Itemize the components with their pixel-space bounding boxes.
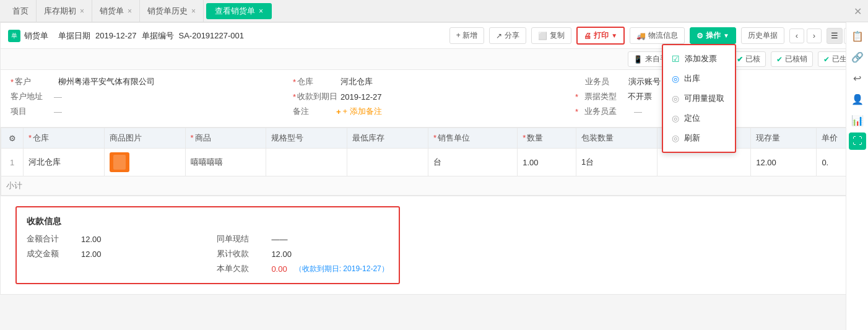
owe-value: 0.00: [271, 264, 287, 274]
tab-home[interactable]: 首页: [5, 0, 37, 22]
tab-inventory[interactable]: 库存期初 ×: [37, 0, 92, 22]
nav-next[interactable]: ›: [807, 28, 822, 43]
tab-view-sales[interactable]: 查看销货单 ×: [206, 3, 272, 19]
field-project: 项目 —: [11, 106, 293, 117]
sidebar-expand-icon[interactable]: ⛶: [849, 132, 866, 150]
right-sidebar: 📋 🔗 ↩ 👤 📊 ⛶: [846, 22, 868, 295]
sidebar-user-icon[interactable]: 👤: [849, 90, 866, 108]
field-note: 备注 + + 添加备注: [293, 106, 575, 117]
product-thumb-inner: [113, 155, 126, 170]
verify-btn[interactable]: ✔ 已核: [731, 51, 766, 67]
nav-arrows: ‹ ›: [789, 28, 822, 43]
salesman-label: 业务员孟: [584, 106, 634, 117]
main-content: 单 销货单 单据日期 2019-12-27 单据编号 SA-20191227-0…: [0, 22, 868, 295]
logistics-icon: 🚚: [636, 32, 646, 40]
window-close-icon[interactable]: ✕: [854, 5, 862, 17]
status-verified: ✔ 已核销: [771, 51, 813, 67]
refresh-icon: ◎: [672, 133, 679, 143]
operate-icon: ⚙: [697, 32, 703, 40]
sidebar-doc-icon[interactable]: 📋: [849, 27, 866, 45]
owe-label: 本单欠款: [217, 263, 266, 274]
add-note-btn[interactable]: + + 添加备注: [336, 106, 382, 117]
print-dropdown-icon: ▼: [611, 32, 617, 39]
share-icon: ↗: [496, 32, 502, 40]
payment-title: 收款信息: [27, 216, 389, 227]
new-button[interactable]: + 新增: [449, 27, 484, 44]
toolbar: 单 销货单 单据日期 2019-12-27 单据编号 SA-20191227-0…: [1, 23, 867, 49]
dropdown-outbound[interactable]: ◎ 出库: [663, 69, 735, 89]
cumulative-value: 12.00: [271, 250, 292, 259]
locate-icon: ◎: [672, 113, 679, 123]
dropdown-add-invoice[interactable]: ☑ 添加发票: [663, 49, 735, 69]
operate-wrapper: ⚙ 操作 ▼ ☑ 添加发票 ◎ 出库 ◎ 可用量提取: [690, 27, 736, 44]
tab-close-view-sales[interactable]: ×: [259, 7, 263, 15]
share-button[interactable]: ↗ 分享: [489, 27, 526, 44]
product-table: ⚙ *仓库 商品图片 *商品 规格型号 最低库存 *销售单位 *数量: [1, 128, 867, 196]
operate-dropdown: ☑ 添加发票 ◎ 出库 ◎ 可用量提取 ◎ 定位: [662, 44, 736, 153]
payment-total-row: 金额合计 12.00: [27, 233, 198, 245]
history-button[interactable]: 历史单据: [741, 27, 784, 44]
sidebar-undo-icon[interactable]: ↩: [849, 69, 866, 87]
nav-prev[interactable]: ‹: [789, 28, 804, 43]
row-product: 嘻嘻嘻嘻: [185, 149, 266, 176]
tab-bar: 首页 库存期初 × 销货单 × 销货单历史 × 查看销货单 × ✕: [0, 0, 868, 22]
col-qty: *数量: [518, 128, 576, 149]
col-settings[interactable]: ⚙: [1, 128, 24, 149]
operate-button[interactable]: ⚙ 操作 ▼: [690, 27, 736, 44]
add-note-icon: +: [336, 107, 341, 116]
tab-close-sales-history[interactable]: ×: [191, 7, 196, 15]
toolbar-right: + 新增 ↗ 分享 ⬜ 复制 🖨 打印 ▼ 🚚 物流信息 ⚙: [449, 27, 860, 45]
table-header-row: ⚙ *仓库 商品图片 *商品 规格型号 最低库存 *销售单位 *数量: [1, 128, 867, 149]
order-settle-value: ——: [271, 235, 287, 244]
outbound-label: 出库: [684, 73, 700, 84]
sidebar-chart-icon[interactable]: 📊: [849, 111, 866, 129]
view-list[interactable]: ☰: [827, 28, 843, 44]
tab-close-inventory[interactable]: ×: [80, 7, 84, 15]
copy-icon: ⬜: [538, 32, 547, 40]
print-button[interactable]: 🖨 打印 ▼: [576, 27, 625, 45]
phone-icon: 📱: [633, 55, 643, 64]
row-stock: 12.00: [751, 149, 817, 176]
date-value: 2019-12-27: [95, 31, 137, 40]
deal-value: 12.00: [81, 250, 102, 259]
locate-label: 定位: [684, 113, 700, 124]
doc-type-label: 销货单: [24, 30, 48, 41]
ticket-type-label: 票据类型: [584, 91, 628, 102]
product-thumb: [110, 152, 129, 172]
logistics-button[interactable]: 🚚 物流信息: [630, 27, 685, 44]
sub-toolbar: 📱 来自手机 未开票 ✔ 已核 ✔ 已核销 ✔ 已生效: [1, 49, 867, 70]
verify-icon: ✔: [737, 55, 743, 64]
tab-close-sales[interactable]: ×: [128, 7, 132, 15]
date-label: 单据日期: [58, 30, 90, 41]
subtotal-label: 小计: [1, 176, 867, 196]
tab-sales-history[interactable]: 销货单历史 ×: [140, 0, 204, 22]
form-section: * 客户 柳州粤港平安气体有限公司 * 仓库 河北仓库 业务员 演示账号 客户地…: [1, 70, 867, 128]
outbound-icon: ◎: [672, 74, 679, 84]
payment-order-settle-row: 同单现结 ——: [217, 233, 388, 245]
row-unit: 台: [428, 149, 517, 176]
tab-sales[interactable]: 销货单 ×: [92, 0, 140, 22]
row-pack-qty: 1台: [576, 149, 658, 176]
staff-label: 业务员: [585, 76, 628, 87]
operate-dropdown-icon: ▼: [723, 32, 729, 39]
sidebar-link-icon[interactable]: 🔗: [849, 48, 866, 66]
effective-check-icon: ✔: [823, 55, 830, 64]
subtotal-row: 小计: [1, 176, 867, 196]
doc-type-icon: 单: [8, 30, 20, 42]
deal-label: 成交金额: [27, 248, 76, 259]
verified-check-icon: ✔: [776, 55, 783, 64]
col-min-stock: 最低库存: [347, 128, 428, 149]
dropdown-refresh[interactable]: ◎ 刷新: [663, 128, 735, 148]
dropdown-available-qty[interactable]: ◎ 可用量提取: [663, 89, 735, 108]
col-unit: *销售单位: [428, 128, 517, 149]
dropdown-locate[interactable]: ◎ 定位: [663, 108, 735, 128]
field-warehouse: * 仓库 河北仓库: [293, 76, 575, 87]
col-image: 商品图片: [104, 128, 185, 149]
row-spec: [266, 149, 347, 176]
field-address: 客户地址 —: [11, 91, 293, 102]
copy-button[interactable]: ⬜ 复制: [531, 27, 571, 44]
payment-grid: 金额合计 12.00 同单现结 —— 成交金额 12.00 累计收款 12.00: [27, 233, 389, 274]
cumulative-label: 累计收款: [217, 248, 266, 259]
total-label: 金额合计: [27, 233, 76, 245]
col-stock: 现存量: [751, 128, 817, 149]
